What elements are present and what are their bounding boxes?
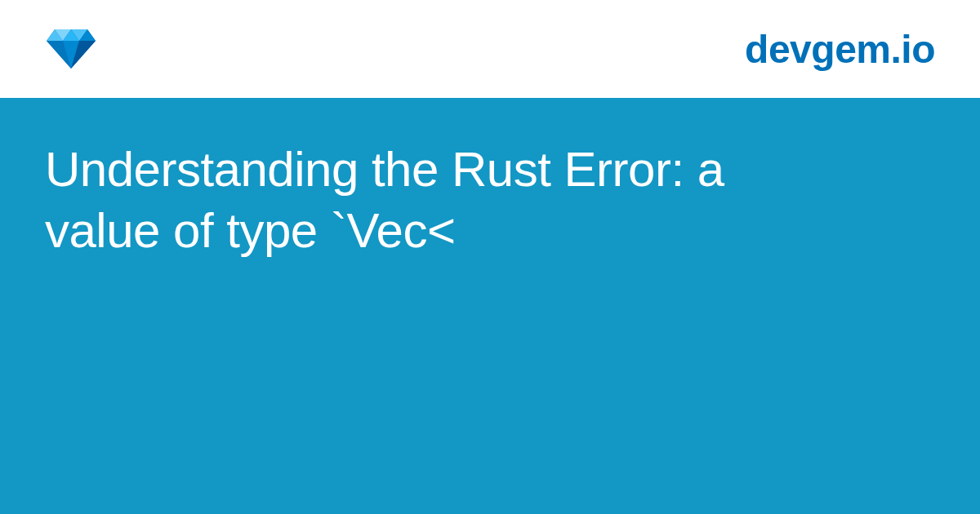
gem-icon — [45, 26, 97, 72]
content-area: Understanding the Rust Error: a value of… — [0, 98, 980, 514]
header: devgem.io — [0, 0, 980, 98]
brand-name: devgem.io — [745, 27, 935, 72]
page-title: Understanding the Rust Error: a value of… — [45, 139, 739, 261]
